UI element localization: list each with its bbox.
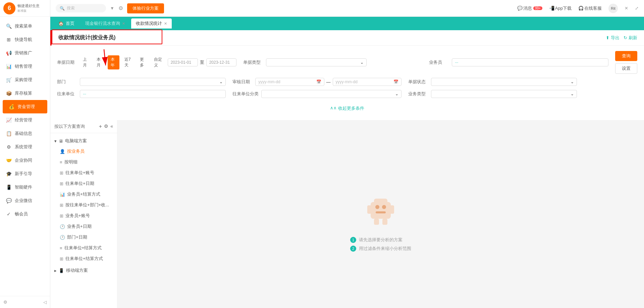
sidebar-item-finance[interactable]: 💰 资金管理: [3, 100, 47, 113]
sidebar-item-marketing[interactable]: 📢 营销推广: [0, 46, 50, 60]
tab-bank-flow-close[interactable]: ✕: [122, 21, 125, 26]
sidebar-item-label: 智能硬件: [15, 184, 32, 190]
message-item[interactable]: 💬 消息 99+: [517, 5, 542, 11]
trial-btn[interactable]: 体验行业方案: [127, 3, 164, 13]
settings-button[interactable]: 设置: [615, 63, 637, 74]
purchase-icon: 🛒: [5, 76, 12, 83]
window-expand-icon[interactable]: ⤢: [635, 6, 639, 11]
window-close-icon[interactable]: ✕: [625, 6, 628, 11]
tab-home[interactable]: 🏠 首页: [54, 18, 79, 29]
chart-icon: 📊: [60, 192, 65, 197]
plan-item-sales-settlement[interactable]: 📊 业务员+结算方式: [50, 189, 117, 200]
refresh-label: 刷新: [629, 35, 637, 41]
tab-collection-stats[interactable]: 收款情况统计 ✕: [131, 18, 172, 29]
user-avatar[interactable]: Rit: [608, 4, 618, 13]
collapse-icon: ∧∧: [330, 105, 337, 111]
docstatus-label: 单据状态: [408, 79, 428, 85]
online-service-icon: 🎧: [578, 6, 584, 11]
partner-more-icon: ···: [83, 92, 86, 96]
collapse-row[interactable]: ∧∧ 收起更多条件: [57, 102, 637, 115]
table-icon: ⊞: [60, 170, 63, 175]
tab-collection-stats-close[interactable]: ✕: [164, 21, 167, 26]
sidebar-item-operations[interactable]: 📈 经营管理: [0, 113, 50, 127]
topbar-search[interactable]: 🔍 搜索: [56, 4, 106, 12]
sidebar-collapse-icon[interactable]: ◁: [43, 300, 47, 305]
online-service-item[interactable]: 🎧 在线客服: [578, 5, 602, 11]
reviewdate-from-input[interactable]: yyyy-mm-dd 📅: [255, 78, 324, 86]
date-btn-custom[interactable]: 自定义: [151, 55, 166, 69]
reviewdate-to-input[interactable]: yyyy-mm-dd 📅: [333, 78, 401, 86]
docstatus-select[interactable]: ⌄: [431, 78, 577, 86]
sidebar-item-search-menu[interactable]: 🔍 搜索菜单: [0, 19, 50, 33]
pc-group-title[interactable]: ▾ 🖥 电脑端方案: [50, 136, 117, 146]
plan-item-partner-settlement1[interactable]: ≡ 往来单位+结算方式: [50, 243, 117, 253]
sidebar-item-label: 企业微信: [15, 198, 32, 204]
sidebar-item-quick-nav[interactable]: ⊞ 快捷导航: [0, 33, 50, 46]
dropdown-icon[interactable]: ▼: [110, 6, 114, 11]
date-to-input[interactable]: [206, 58, 236, 66]
plan-item-partner-dept[interactable]: ⊞ 按往来单位+部门+收...: [50, 200, 117, 210]
date-btn-this-month[interactable]: 本月: [94, 55, 105, 69]
person-icon: 👤: [60, 149, 65, 154]
plan-item-sales-account[interactable]: ⊞ 业务员+账号: [50, 210, 117, 221]
dept-select[interactable]: ⌄: [80, 78, 226, 86]
date-btn-this-year[interactable]: 本年: [108, 55, 119, 69]
partner-select[interactable]: ···: [80, 90, 226, 98]
hardware-icon: 📱: [5, 184, 12, 191]
filter-item-doctype: 单据类型 ⌄: [243, 58, 423, 66]
guide-icon: 🎓: [5, 170, 12, 177]
panel-collapse-icon[interactable]: «: [110, 123, 113, 130]
wechat-icon: 💬: [5, 197, 12, 204]
add-plan-icon[interactable]: +: [99, 123, 102, 130]
topbar-settings-icon[interactable]: ⚙: [118, 5, 123, 11]
sidebar-item-guide[interactable]: 🎓 新手引导: [0, 167, 50, 181]
plan-item-partner-date[interactable]: ⊞ 往来单位+日期: [50, 178, 117, 189]
svg-point-2: [375, 205, 379, 209]
query-button[interactable]: 查询: [615, 51, 637, 61]
plan-item-partner-account[interactable]: ⊞ 往来单位+账号: [50, 167, 117, 178]
salesperson-select[interactable]: ···: [452, 58, 608, 66]
logo-text-line1: 畅捷通好生意: [17, 3, 40, 8]
date-btn-more[interactable]: 更多: [137, 55, 149, 69]
date-btn-7days[interactable]: 近7天: [121, 55, 135, 69]
dept-dropdown-icon: ⌄: [219, 80, 223, 84]
sidebar-item-inventory[interactable]: 📦 库存核算: [0, 87, 50, 100]
date-from-input[interactable]: [168, 58, 198, 66]
refresh-button[interactable]: ↻ 刷新: [624, 35, 637, 41]
date-separator: 至: [200, 59, 204, 65]
sidebar-item-member[interactable]: ✓ 畅会员: [0, 207, 50, 221]
sidebar: 6 畅捷通好生意 标准版 🔍 搜索菜单 ⊞ 快捷导航 📢 营销推广 📊 销售管理: [0, 0, 50, 308]
plan-item-partner-settlement2[interactable]: ⊞ 往来单位+结算方式: [50, 253, 117, 264]
app-download-item[interactable]: 📲 App下载: [549, 5, 572, 11]
partner-category-select[interactable]: ⌄: [261, 90, 401, 98]
plan-item-sales-date[interactable]: 🕐 业务员+日期: [50, 221, 117, 232]
sidebar-item-system[interactable]: ⚙ 系统管理: [0, 140, 50, 154]
sidebar-item-basic[interactable]: 📋 基础信息: [0, 127, 50, 140]
sidebar-item-corp[interactable]: 🤝 企业协同: [0, 154, 50, 167]
svg-point-3: [382, 205, 386, 209]
sidebar-item-sales[interactable]: 📊 销售管理: [0, 60, 50, 73]
filter-row-1: 单据日期 上月 本月 本年 近7天 更多 自定义 至: [57, 51, 637, 74]
filter-item-dept: 部门 ⌄: [57, 78, 226, 86]
sidebar-settings-icon[interactable]: ⚙: [3, 300, 7, 305]
plan-item-salesperson[interactable]: 👤 按业务员: [50, 146, 117, 157]
plan-settings-icon[interactable]: ⚙: [104, 123, 108, 130]
sidebar-item-purchase[interactable]: 🛒 采购管理: [0, 73, 50, 87]
export-button[interactable]: ⬆ 导出: [606, 35, 620, 41]
filter-item-docstatus: 单据状态 ⌄: [408, 78, 577, 86]
pc-group-icon: 🖥: [59, 139, 63, 144]
plan-item-label: 业务员+结算方式: [67, 191, 100, 197]
doctype-select[interactable]: ⌄: [266, 58, 367, 66]
tab-bank-flow[interactable]: 现金银行流水查询 ✕: [80, 18, 130, 29]
plan-item-dept-date[interactable]: 🕐 部门+日期: [50, 232, 117, 243]
biztype-select[interactable]: ⌄: [431, 90, 577, 98]
sidebar-item-hardware[interactable]: 📱 智能硬件: [0, 181, 50, 194]
sidebar-item-wechat[interactable]: 💬 企业微信: [0, 194, 50, 207]
filter-item-reviewdate: 审核日期 yyyy-mm-dd 📅 — yyyy-mm-dd 📅: [232, 78, 401, 86]
date-group: 上月 本月 本年 近7天 更多 自定义 至: [80, 55, 236, 69]
hint-num-1: 1: [350, 237, 356, 243]
sidebar-item-label: 新手引导: [15, 171, 32, 177]
plan-item-detail[interactable]: ≡ 按明细: [50, 157, 117, 167]
mobile-group-title[interactable]: ▸ 📱 移动端方案: [50, 265, 117, 275]
date-btn-last-month[interactable]: 上月: [80, 55, 92, 69]
